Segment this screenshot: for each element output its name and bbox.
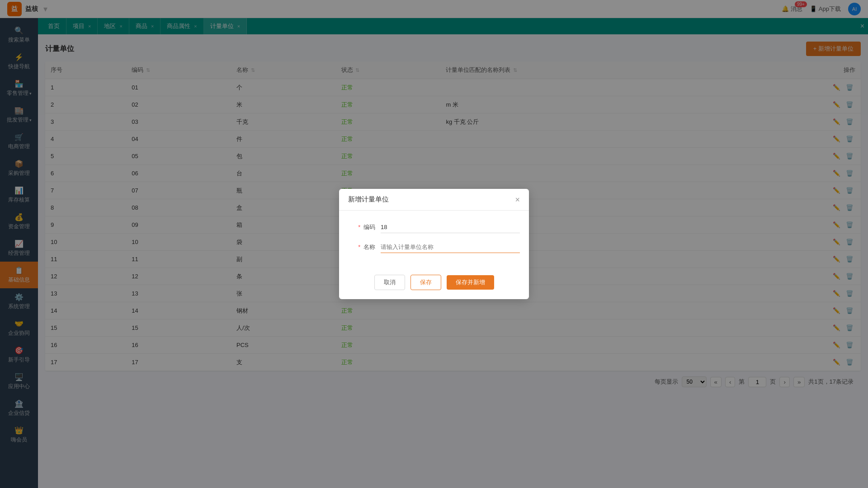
required-mark: * — [358, 224, 360, 230]
modal-body: * 编码 * 名称 — [339, 211, 529, 268]
form-row-name: * 名称 — [348, 241, 520, 253]
modal-header: 新增计量单位 × — [339, 189, 529, 211]
save-and-new-button[interactable]: 保存并新增 — [447, 275, 494, 290]
required-mark-name: * — [358, 244, 360, 250]
form-row-code: * 编码 — [348, 221, 520, 233]
name-input[interactable] — [381, 241, 520, 253]
save-button[interactable]: 保存 — [410, 275, 441, 290]
code-label: * 编码 — [348, 223, 375, 231]
modal-title: 新增计量单位 — [348, 195, 389, 204]
name-label: * 名称 — [348, 243, 375, 251]
cancel-button[interactable]: 取消 — [374, 275, 405, 290]
modal-close-button[interactable]: × — [515, 196, 520, 204]
add-unit-modal: 新增计量单位 × * 编码 * 名称 取消 保存 保存并新增 — [339, 189, 529, 299]
modal-footer: 取消 保存 保存并新增 — [339, 268, 529, 299]
code-input[interactable] — [381, 221, 520, 233]
modal-overlay[interactable]: 新增计量单位 × * 编码 * 名称 取消 保存 保存并新增 — [0, 0, 868, 488]
